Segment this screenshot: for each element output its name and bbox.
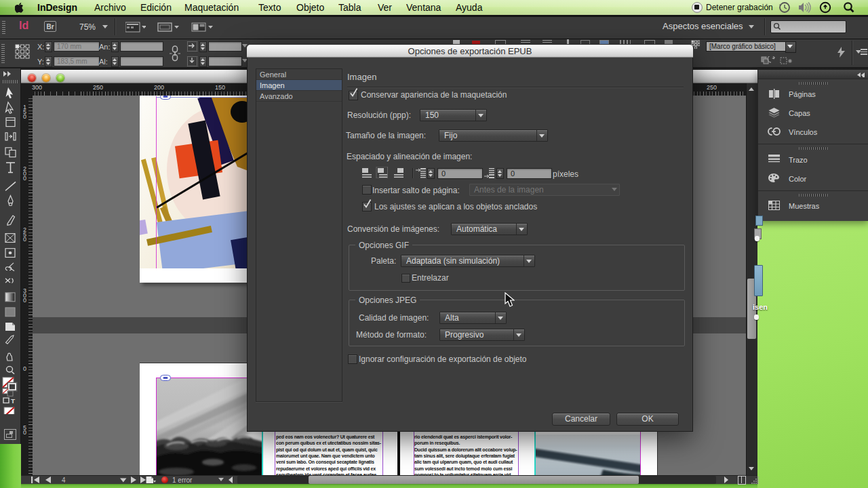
svg-text:4: 4 (62, 476, 66, 483)
svg-text:T: T (11, 398, 15, 405)
